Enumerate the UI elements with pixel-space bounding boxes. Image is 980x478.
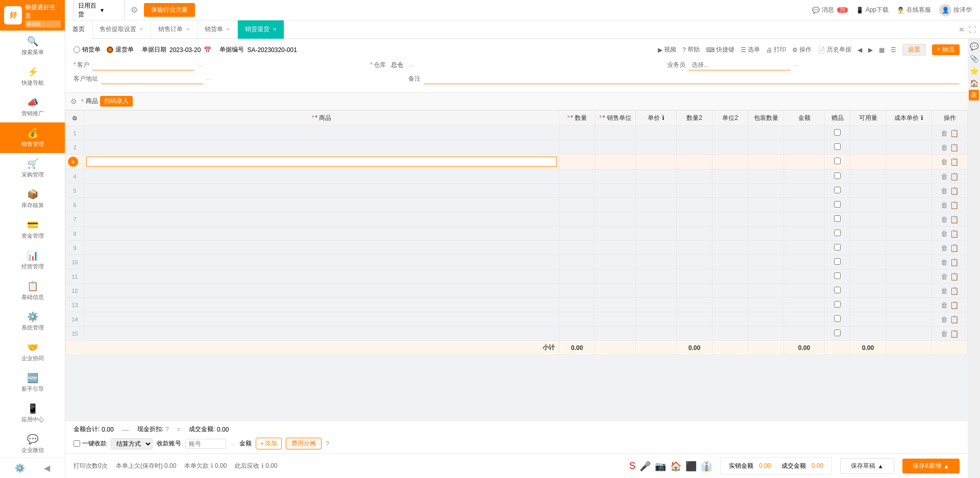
add-logistics-button[interactable]: + 物流 (932, 44, 960, 55)
amount-cell[interactable] (784, 126, 825, 140)
copy-icon[interactable]: 📋 (950, 301, 959, 309)
amount-cell[interactable] (784, 298, 825, 312)
gift-checkbox[interactable] (834, 287, 841, 293)
cost-cell[interactable] (886, 126, 932, 140)
warehouse-dots[interactable]: ··· (408, 61, 414, 69)
right-icon-3[interactable]: ⭐ (969, 65, 979, 77)
radio-return[interactable]: 退货单 (107, 45, 134, 54)
unit-cell[interactable] (595, 169, 636, 184)
delete-icon[interactable]: 🗑 (941, 244, 948, 252)
qty-cell[interactable] (559, 184, 595, 198)
amount-cell[interactable] (784, 155, 825, 169)
gift-checkbox[interactable] (834, 143, 841, 150)
gift-checkbox[interactable] (834, 330, 841, 336)
fee-split-button[interactable]: 费用分摊 (286, 438, 322, 449)
pack_qty-cell[interactable] (748, 312, 784, 326)
sidebar-item-wechat[interactable]: 💬 企业微信 (0, 429, 65, 458)
unit-cell[interactable] (595, 312, 636, 326)
unit-cell[interactable] (595, 269, 636, 284)
gift-checkbox[interactable] (834, 258, 841, 265)
sidebar-item-sales[interactable]: 💰 销售管理 (0, 122, 65, 153)
qty-cell[interactable] (559, 227, 595, 241)
qty-cell[interactable] (559, 284, 595, 298)
sidebar-item-search[interactable]: 🔍 搜索菜单 (0, 31, 65, 61)
add-row-button[interactable]: + (68, 157, 78, 167)
delete-icon[interactable]: 🗑 (941, 187, 948, 195)
qty2-cell[interactable] (677, 184, 713, 198)
online-service-btn[interactable]: 👨‍💼 在线客服 (897, 6, 931, 14)
radio-sales-input[interactable] (74, 46, 80, 53)
operate-btn[interactable]: ⚙ 操作 (792, 45, 812, 54)
pack_qty-cell[interactable] (748, 227, 784, 241)
qty-cell[interactable] (559, 198, 595, 212)
price-cell[interactable] (636, 284, 677, 298)
qty2-cell[interactable] (677, 269, 713, 284)
pack_qty-cell[interactable] (748, 326, 784, 341)
user-profile-btn[interactable]: 👤 徐泽华 (939, 4, 972, 16)
qty-cell[interactable] (559, 169, 595, 184)
product-cell[interactable] (84, 269, 559, 284)
product-cell[interactable] (84, 169, 559, 184)
cost-cell[interactable] (886, 241, 932, 255)
qty-cell[interactable] (559, 326, 595, 341)
nav-prev-icon[interactable]: ◀ (857, 46, 862, 54)
copy-icon[interactable]: 📋 (950, 258, 959, 266)
settings-bottom-icon[interactable]: ⚙️ (15, 463, 25, 473)
tab-price-settings[interactable]: 售价提取设置 ✕ (92, 20, 151, 39)
qty2-cell[interactable] (677, 212, 713, 227)
available-cell[interactable] (850, 326, 886, 341)
qty2-cell[interactable] (677, 326, 713, 341)
unit2-cell[interactable] (713, 227, 748, 241)
one-click-pay-checkbox[interactable]: 一键收款 (74, 439, 107, 448)
right-icon-2[interactable]: 📎 (969, 53, 979, 64)
unit-cell[interactable] (595, 255, 636, 269)
app-download-btn[interactable]: 📱 App下载 (856, 6, 889, 14)
amount-cell[interactable] (784, 169, 825, 184)
gift-checkbox[interactable] (834, 201, 841, 208)
copy-icon[interactable]: 📋 (950, 143, 959, 152)
tab-sales-order[interactable]: 销售订单 ✕ (151, 20, 198, 39)
scan-input-button[interactable]: 扫码录入 (100, 96, 133, 107)
pack_qty-cell[interactable] (748, 255, 784, 269)
price-cell[interactable] (636, 227, 677, 241)
gift-checkbox[interactable] (834, 230, 841, 236)
qty2-cell[interactable] (677, 255, 713, 269)
qty2-cell[interactable] (677, 284, 713, 298)
unit2-cell[interactable] (713, 312, 748, 326)
available-cell[interactable] (850, 184, 886, 198)
unit2-cell[interactable] (713, 241, 748, 255)
unit2-cell[interactable] (713, 126, 748, 140)
cost-cell[interactable] (886, 298, 932, 312)
cost-cell[interactable] (886, 169, 932, 184)
cost-cell[interactable] (886, 269, 932, 284)
unit-cell[interactable] (595, 140, 636, 155)
product-cell[interactable] (84, 255, 559, 269)
pack_qty-cell[interactable] (748, 241, 784, 255)
tab-sales-delivery[interactable]: 销货单 ✕ (198, 20, 238, 39)
delete-icon[interactable]: 🗑 (941, 230, 948, 238)
copy-icon[interactable]: 📋 (950, 315, 959, 323)
close-tab-icon[interactable]: ✕ (959, 26, 965, 34)
delete-icon[interactable]: 🗑 (941, 287, 948, 295)
cost-cell[interactable] (886, 326, 932, 341)
sidebar-item-marketing[interactable]: 📣 营销推广 (0, 92, 65, 122)
pack_qty-cell[interactable] (748, 284, 784, 298)
tab-sales-return[interactable]: 销货退货 ✕ (238, 20, 284, 39)
sidebar-item-guide[interactable]: 🆕 新手引导 (0, 367, 65, 398)
pack_qty-cell[interactable] (748, 212, 784, 227)
amount-cell[interactable] (784, 312, 825, 326)
unit2-cell[interactable] (713, 140, 748, 155)
product-cell[interactable] (84, 241, 559, 255)
cost-cell[interactable] (886, 155, 932, 169)
price-cell[interactable] (636, 298, 677, 312)
amount-cell[interactable] (784, 184, 825, 198)
unit2-cell[interactable] (713, 198, 748, 212)
product-cell[interactable] (84, 326, 559, 341)
qty2-cell[interactable] (677, 198, 713, 212)
pack_qty-cell[interactable] (748, 155, 784, 169)
video-btn[interactable]: ▶ 视频 (658, 45, 676, 54)
select-btn[interactable]: ☰ 选单 (741, 45, 760, 54)
available-cell[interactable] (850, 241, 886, 255)
pack_qty-cell[interactable] (748, 198, 784, 212)
radio-return-input[interactable] (107, 46, 113, 53)
